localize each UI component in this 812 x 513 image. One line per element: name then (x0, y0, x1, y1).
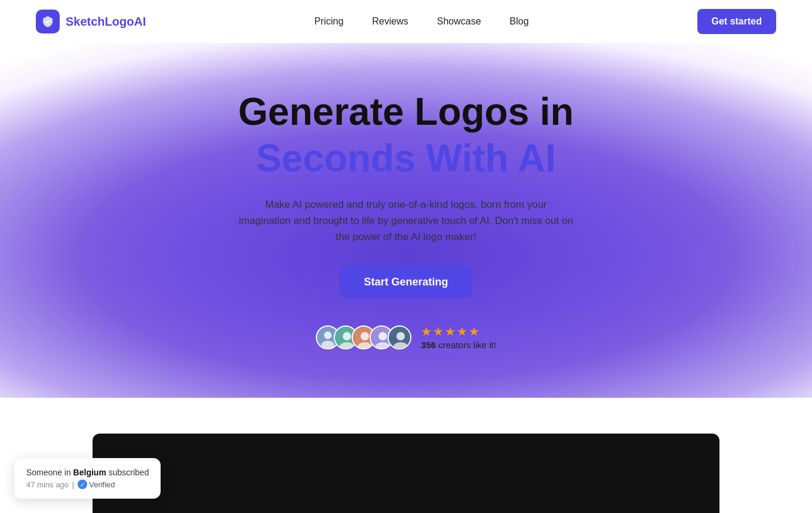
svg-point-4 (343, 332, 351, 340)
toast-message: Someone in Belgium subscribed (26, 468, 149, 477)
logo-link[interactable]: SketchLogoAI (36, 10, 146, 33)
svg-point-7 (361, 332, 369, 340)
hero-title-line2: Seconds With AI (12, 137, 800, 179)
navbar: SketchLogoAI Pricing Reviews Showcase Bl… (0, 0, 812, 43)
star-3: ★ (445, 324, 456, 339)
verified-label: Verified (89, 480, 115, 489)
stars-row: ★ ★ ★ ★ ★ (421, 324, 479, 339)
video-player[interactable] (93, 434, 719, 513)
start-generating-button[interactable]: Start Generating (340, 266, 472, 298)
avatar-stack (316, 325, 411, 349)
nav-blog[interactable]: Blog (510, 16, 529, 26)
nav-reviews[interactable]: Reviews (372, 16, 408, 26)
logo-text: SketchLogoAI (66, 15, 146, 29)
star-1: ★ (421, 324, 432, 339)
logo-icon (36, 10, 60, 33)
avatar-5 (387, 325, 411, 349)
toast-separator: | (72, 480, 74, 489)
creators-count-text: 356 creators like it! (421, 340, 496, 350)
svg-point-13 (396, 332, 405, 340)
toast-meta: 47 mins ago | ✓ Verified (26, 480, 149, 489)
hero-content: Generate Logos in Seconds With AI Make A… (12, 91, 800, 350)
nav-showcase[interactable]: Showcase (437, 16, 481, 26)
subscription-toast: Someone in Belgium subscribed 47 mins ag… (14, 458, 161, 499)
svg-point-2 (321, 340, 334, 349)
nav-pricing[interactable]: Pricing (314, 16, 343, 26)
star-4: ★ (457, 324, 467, 339)
star-5: ★ (469, 324, 479, 339)
social-proof: ★ ★ ★ ★ ★ 356 creators like it! (12, 324, 800, 350)
verified-icon: ✓ (78, 480, 87, 489)
verified-badge: ✓ Verified (78, 480, 115, 489)
toast-time: 47 mins ago (26, 480, 69, 489)
hero-subtitle: Make AI powered and truly one-of-a-kind … (239, 196, 573, 245)
star-2: ★ (433, 324, 444, 339)
svg-point-10 (379, 332, 387, 340)
hero-title-line1: Generate Logos in (12, 91, 800, 133)
toast-country: Belgium (73, 468, 106, 477)
hero-section: Generate Logos in Seconds With AI Make A… (0, 43, 812, 398)
rating-block: ★ ★ ★ ★ ★ 356 creators like it! (421, 324, 496, 350)
get-started-button[interactable]: Get started (697, 9, 776, 34)
nav-links: Pricing Reviews Showcase Blog (314, 16, 528, 27)
svg-point-1 (324, 331, 332, 339)
